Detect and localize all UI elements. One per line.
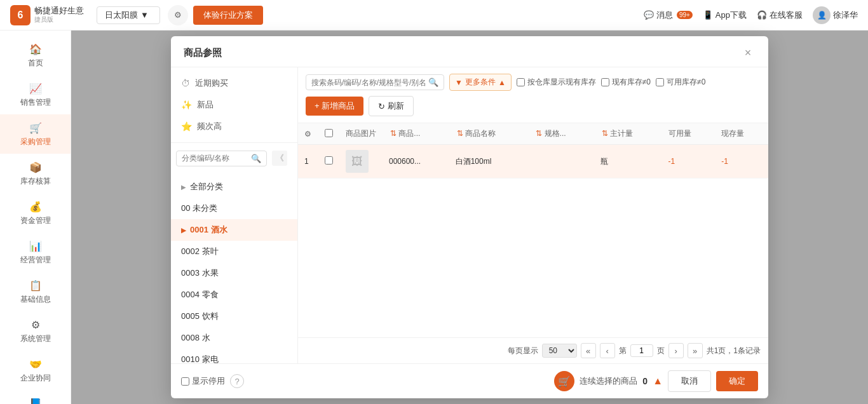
new-icon: ✨ <box>181 100 192 110</box>
category-0002[interactable]: 0002 茶叶 <box>171 241 297 262</box>
management-icon: 📊 <box>29 239 43 253</box>
next-page-btn[interactable]: › <box>668 343 684 358</box>
th-spec-sort-icon: ⇅ <box>536 129 542 138</box>
app-download-btn[interactable]: 📱 App下载 <box>703 10 747 21</box>
product-search-wrap[interactable]: 🔍 <box>306 74 444 90</box>
select-all-checkbox[interactable] <box>325 129 333 137</box>
checkbox-warehouse-label: 按仓库显示现有库存 <box>527 77 596 88</box>
th-spec[interactable]: ⇅ 规格... <box>528 123 594 145</box>
show-disabled-input[interactable] <box>181 377 189 386</box>
tab-recent[interactable]: ⏱ 近期购买 <box>171 72 297 94</box>
row-checkbox[interactable] <box>325 156 333 165</box>
cancel-button[interactable]: 取消 <box>668 370 711 392</box>
trial-button[interactable]: 体验行业方案 <box>193 6 263 25</box>
logo-sub: 捷员版 <box>34 15 84 24</box>
user-avatar[interactable]: 👤 徐泽华 <box>813 6 858 24</box>
sidebar-finance-label: 资金管理 <box>20 215 51 226</box>
last-page-btn[interactable]: » <box>688 343 703 358</box>
page-suffix: 页 <box>657 346 665 356</box>
prev-page-btn[interactable]: ‹ <box>600 343 615 358</box>
sidebar-item-guide[interactable]: 📘 新手引导 <box>0 390 71 404</box>
category-0008[interactable]: 0008 水 <box>171 327 297 349</box>
store-dropdown[interactable]: 日太阳膜 ▼ <box>97 6 160 24</box>
sidebar-sales-label: 销售管理 <box>20 97 51 108</box>
logo-icon: 6 <box>10 5 31 25</box>
th-check[interactable] <box>318 123 339 145</box>
category-0001[interactable]: ▶ 0001 酒水 <box>171 219 297 241</box>
tab-new[interactable]: ✨ 新品 <box>171 94 297 116</box>
collapse-cart-btn[interactable]: ▲ <box>653 375 663 387</box>
checkbox-available-nonzero[interactable]: 可用库存≠0 <box>656 77 705 88</box>
checkbox-stock-nonzero-input[interactable] <box>601 78 609 86</box>
modal-overlay: 商品参照 × ⏱ 近期购买 ✨ 新品 <box>71 30 868 404</box>
headset-icon: 🎧 <box>757 10 767 20</box>
show-disabled-check[interactable]: 显示停用 <box>181 375 225 387</box>
cell-image: 🖼 <box>339 145 383 178</box>
settings-btn[interactable]: ⚙ <box>168 5 188 25</box>
online-service-btn[interactable]: 🎧 在线客服 <box>757 10 803 21</box>
modal-close-btn[interactable]: × <box>740 45 756 60</box>
first-page-btn[interactable]: « <box>581 343 596 358</box>
checkbox-warehouse[interactable]: 按仓库显示现有库存 <box>517 77 596 88</box>
th-code[interactable]: ⇅ 商品... <box>383 123 449 145</box>
sidebar-item-system[interactable]: ⚙ 系统管理 <box>0 311 71 351</box>
category-00-label: 00 未分类 <box>181 203 217 214</box>
th-unit[interactable]: ⇅ 主计量 <box>594 123 662 145</box>
sidebar-item-purchase[interactable]: 🛒 采购管理 <box>0 114 71 154</box>
sidebar-item-sales[interactable]: 📈 销售管理 <box>0 75 71 114</box>
gear-icon: ⚙ <box>174 10 182 20</box>
page-number-input[interactable] <box>630 344 653 357</box>
avatar-img: 👤 <box>813 6 831 24</box>
sidebar-item-basic[interactable]: 📋 基础信息 <box>0 272 71 311</box>
tab-frequent[interactable]: ⭐ 频次高 <box>171 116 297 137</box>
search-icon: 🔍 <box>428 77 438 87</box>
sidebar-inventory-label: 库存核算 <box>20 176 51 187</box>
category-0005[interactable]: 0005 饮料 <box>171 306 297 327</box>
sidebar-item-inventory[interactable]: 📦 库存核算 <box>0 154 71 193</box>
category-all[interactable]: ▶ 全部分类 <box>171 176 297 198</box>
category-0003[interactable]: 0003 水果 <box>171 262 297 284</box>
product-reference-modal: 商品参照 × ⏱ 近期购买 ✨ 新品 <box>171 36 768 398</box>
help-icon[interactable]: ? <box>230 374 244 388</box>
cell-check[interactable] <box>318 145 339 178</box>
add-product-btn[interactable]: + 新增商品 <box>306 97 363 116</box>
main-layout: 🏠 首页 📈 销售管理 🛒 采购管理 📦 库存核算 💰 资金管理 📊 经营管理 … <box>0 30 868 404</box>
category-search-box[interactable]: 🔍 <box>176 151 267 166</box>
table-row[interactable]: 1 🖼 000600... 白酒100ml <box>298 145 768 178</box>
confirm-button[interactable]: 确定 <box>716 371 758 391</box>
checkbox-warehouse-input[interactable] <box>517 78 525 86</box>
product-table-area: ⚙ 商品图片 ⇅ <box>298 123 768 337</box>
th-stock: 现存量 <box>715 123 768 145</box>
sidebar-item-management[interactable]: 📊 经营管理 <box>0 232 71 272</box>
refresh-btn[interactable]: ↻ 刷新 <box>369 96 414 116</box>
page-size-select[interactable]: 50 10 20 100 <box>542 344 577 358</box>
product-search-input[interactable] <box>311 78 426 87</box>
checkbox-stock-label: 现有库存≠0 <box>612 77 651 88</box>
sidebar-home-label: 首页 <box>28 58 43 69</box>
category-list: ▶ 全部分类 00 未分类 ▶ 0001 酒水 0002 茶 <box>171 173 297 363</box>
sidebar-item-home[interactable]: 🏠 首页 <box>0 36 71 75</box>
category-search-icon: 🔍 <box>251 154 261 163</box>
filter-btn[interactable]: ▼ 更多条件 ▲ <box>449 74 512 91</box>
caret-right-icon: ▶ <box>181 184 186 191</box>
checkbox-stock-nonzero[interactable]: 现有库存≠0 <box>601 77 651 88</box>
th-settings[interactable]: ⚙ <box>298 123 318 145</box>
category-0004[interactable]: 0004 零食 <box>171 284 297 306</box>
sidebar-item-finance[interactable]: 💰 资金管理 <box>0 193 71 232</box>
cell-name: 白酒100ml <box>449 145 529 178</box>
cart-icon[interactable]: 🛒 <box>554 371 574 391</box>
messages-btn[interactable]: 💬 消息 99+ <box>644 10 693 21</box>
collapse-panel-btn[interactable]: 《 <box>272 151 287 166</box>
caret-active-icon: ▶ <box>181 227 186 234</box>
tab-recent-label: 近期购买 <box>195 77 228 89</box>
category-0008-label: 0008 水 <box>181 332 210 344</box>
checkbox-available-nonzero-input[interactable] <box>656 78 664 86</box>
category-00[interactable]: 00 未分类 <box>171 198 297 219</box>
sidebar-item-collab[interactable]: 🤝 企业协同 <box>0 351 71 390</box>
guide-icon: 📘 <box>29 396 43 404</box>
category-0010[interactable]: 0010 家电 <box>171 349 297 363</box>
top-nav: 6 畅捷通好生意 捷员版 日太阳膜 ▼ ⚙ 体验行业方案 💬 消息 99+ 📱 … <box>0 0 868 30</box>
category-search-input[interactable] <box>182 154 248 163</box>
content-area: 商品参照 × ⏱ 近期购买 ✨ 新品 <box>71 30 868 404</box>
th-name[interactable]: ⇅ 商品名称 <box>449 123 529 145</box>
